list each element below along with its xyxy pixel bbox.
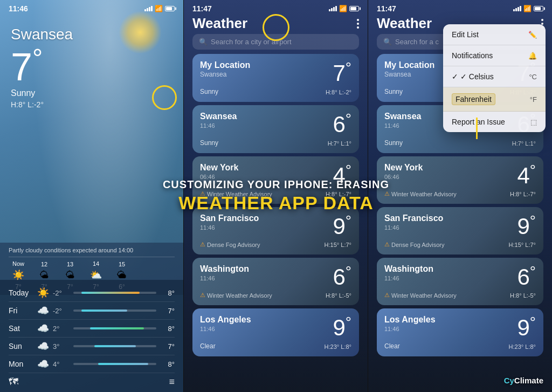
- search-placeholder-mid: Search for a city or airport: [211, 38, 292, 46]
- card-temp-la: 9°: [333, 315, 351, 339]
- celsius-icon: °C: [529, 73, 537, 81]
- search-bar-mid[interactable]: 🔍 Search for a city or airport: [192, 34, 359, 50]
- phone-right: 11:47 📶 Weather: [368, 0, 552, 392]
- card-city-sf: San Francisco: [200, 214, 259, 223]
- temperature-big: 7°: [11, 45, 172, 86]
- card-hilow-newyork: H:8° L:-7°: [326, 191, 351, 197]
- dropdown-celsius-label: ✓ Celsius: [452, 72, 494, 81]
- card-city-newyork: New York: [200, 163, 238, 173]
- status-bar-mid: 11:47 📶: [184, 0, 368, 15]
- dropdown-notifications-label: Notifications: [452, 51, 493, 60]
- status-icons-right: 📶: [513, 5, 543, 12]
- bottom-icons: 🗺 ≡: [9, 373, 175, 388]
- card-city-washington: Washington: [200, 264, 249, 274]
- yellow-pointer-line: [476, 118, 478, 139]
- weather-list-title-right: Weather: [377, 15, 432, 32]
- search-placeholder-right: Search for a c: [395, 38, 439, 46]
- screenshot-container: 11:46 📶 Swansea 7° Sunny H: [0, 0, 552, 392]
- map-icon[interactable]: 🗺: [9, 376, 18, 388]
- fahrenheit-icon: °F: [530, 95, 537, 104]
- weather-card-right-newyork[interactable]: New York 06:46 4° ⚠ Winter Weather Advis…: [377, 156, 543, 204]
- city-name: Swansea: [11, 26, 172, 43]
- signal-bars-right: [513, 6, 521, 11]
- weather-card-right-sf[interactable]: San Francisco 11:46 9° ⚠ Dense Fog Advis…: [377, 207, 543, 255]
- search-icon-mid: 🔍: [199, 38, 208, 46]
- card-hilow-mylocation: H:8° L:-2°: [326, 89, 351, 95]
- list-icon-button[interactable]: ≡: [169, 376, 175, 388]
- daily-row-sun: Sun ☁️ 3° 7°: [9, 338, 175, 355]
- signal-bars-mid: [329, 6, 337, 11]
- status-time-right: 11:47: [377, 4, 396, 13]
- card-hilow-sf: H:15° L:7°: [325, 242, 351, 248]
- dropdown-report-label: Report an Issue: [452, 118, 505, 126]
- weather-card-right-la[interactable]: Los Angeles 11:46 9° Clear H:23° L:8°: [377, 308, 543, 356]
- signal-bar-2: [147, 8, 148, 11]
- weather-card-la[interactable]: Los Angeles 11:46 9° Clear H:23° L:8°: [192, 308, 359, 356]
- weather-card-swansea[interactable]: Swansea 11:46 6° Sunny H:7° L:1°: [192, 105, 359, 153]
- phone-mid: 11:47 📶 Weather: [183, 0, 368, 392]
- dropdown-fahrenheit-label: Fahrenheit: [452, 93, 495, 105]
- status-icons-mid: 📶: [329, 5, 359, 12]
- brand-text: CyClimate: [504, 376, 543, 385]
- edit-icon: ✏️: [528, 31, 537, 39]
- report-icon: ⬚: [530, 118, 537, 126]
- notification-icon: 🔔: [528, 52, 537, 60]
- card-temp-mylocation: 7°: [333, 60, 351, 85]
- weather-card-right-washington[interactable]: Washington 11:46 6° ⚠ Winter Weather Adv…: [377, 258, 543, 305]
- card-city-mylocation: My Location: [200, 60, 250, 70]
- dropdown-report-issue[interactable]: Report an Issue ⬚: [443, 112, 546, 132]
- card-time-washington: 11:46: [200, 275, 249, 281]
- hi-lo-left: H:8° L:-2°: [11, 100, 172, 109]
- status-time-left: 11:46: [9, 4, 28, 13]
- status-bar-right: 11:47 📶: [368, 0, 552, 15]
- condition-left: Sunny: [11, 88, 172, 98]
- search-icon-right: 🔍: [383, 38, 392, 46]
- card-hilow-washington: H:8° L:-5°: [326, 292, 351, 299]
- daily-row-today: Today ☀️ -2° 8°: [9, 284, 175, 302]
- dropdown-notifications[interactable]: Notifications 🔔: [443, 45, 546, 66]
- weather-card-sanfrancisco[interactable]: San Francisco 11:46 9° ⚠ Dense Fog Advis…: [192, 207, 359, 255]
- card-temp-sf: 9°: [333, 214, 351, 238]
- card-city-la: Los Angeles: [200, 315, 251, 325]
- dropdown-fahrenheit[interactable]: Fahrenheit °F: [443, 87, 546, 112]
- status-bar-left: 11:46 📶: [0, 0, 183, 15]
- phone-left: 11:46 📶 Swansea 7° Sunny H: [0, 0, 183, 392]
- dropdown-celsius[interactable]: ✓ Celsius °C: [443, 66, 546, 87]
- battery-icon-mid: [349, 6, 359, 11]
- signal-bar-1: [144, 9, 146, 11]
- card-alert-sf: ⚠ Dense Fog Advisory: [200, 241, 260, 248]
- battery-icon-left: [165, 6, 175, 11]
- card-time-sf: 11:46: [200, 224, 259, 231]
- card-time-la: 11:46: [200, 326, 251, 332]
- weather-list-title-mid: Weather: [192, 15, 247, 32]
- card-time-newyork: 06:46: [200, 174, 238, 180]
- card-condition-mylocation: Sunny: [200, 88, 218, 95]
- status-icons-left: 📶: [144, 5, 175, 12]
- dropdown-edit-list[interactable]: Edit List ✏️: [443, 24, 546, 45]
- signal-bar-4: [151, 6, 153, 11]
- card-sublocation-mylocation: Swansea: [200, 71, 250, 78]
- wifi-icon-mid: 📶: [339, 5, 347, 12]
- card-temp-washington: 6°: [333, 264, 351, 288]
- weather-card-washington[interactable]: Washington 11:46 6° ⚠ Winter Weather Adv…: [192, 258, 359, 305]
- card-temp-newyork: 4°: [333, 163, 351, 187]
- weather-card-mylocation[interactable]: My Location Swansea 7° Sunny H:8° L:-2°: [192, 54, 359, 102]
- card-alert-washington: ⚠ Winter Weather Advisory: [200, 292, 272, 299]
- card-alert-newyork: ⚠ Winter Weather Advisory: [200, 190, 272, 197]
- card-hilow-swansea: H:7° L:1°: [328, 140, 351, 147]
- card-hilow-la: H:23° L:8°: [325, 343, 351, 350]
- card-temp-swansea: 6°: [333, 112, 351, 136]
- signal-bars-left: [144, 6, 153, 11]
- three-dots-menu-mid[interactable]: [357, 19, 359, 29]
- forecast-note: Partly cloudy conditions expected around…: [9, 247, 175, 257]
- wifi-icon-right: 📶: [523, 5, 532, 12]
- weather-card-newyork[interactable]: New York 06:46 4° ⚠ Winter Weather Advis…: [192, 156, 359, 204]
- daily-row-mon: Mon ☁️ 4° 8°: [9, 355, 175, 373]
- daily-forecast: Today ☀️ -2° 8° Fri ☁️ -2° 7° Sat ☁️: [0, 280, 183, 392]
- card-time-swansea: 11:46: [200, 122, 237, 129]
- dropdown-menu: Edit List ✏️ Notifications 🔔 ✓ Celsius °…: [443, 24, 546, 132]
- daily-row-fri: Fri ☁️ -2° 7°: [9, 302, 175, 320]
- brand-tag: CyClimate: [504, 376, 543, 386]
- card-condition-swansea: Sunny: [200, 139, 218, 147]
- card-city-swansea: Swansea: [200, 112, 237, 121]
